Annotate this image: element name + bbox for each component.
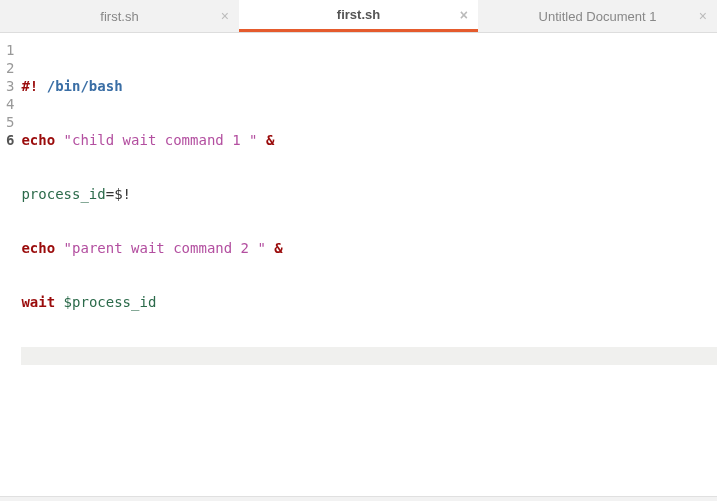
code-content[interactable]: #! /bin/bash echo "child wait command 1 … <box>17 33 717 496</box>
tab-first-sh-1[interactable]: first.sh × <box>0 0 239 32</box>
line-number: 2 <box>6 59 14 77</box>
close-icon[interactable]: × <box>699 9 707 23</box>
token-string: "child wait command 1 " <box>64 132 258 148</box>
token-variable: process_id <box>21 186 105 202</box>
tab-label: first.sh <box>100 9 138 24</box>
token-operator: & <box>266 132 274 148</box>
token-assign: =$! <box>106 186 131 202</box>
line-number: 5 <box>6 113 14 131</box>
code-line: echo "parent wait command 2 " & <box>21 239 717 257</box>
tab-bar: first.sh × first.sh × Untitled Document … <box>0 0 717 33</box>
tab-first-sh-2[interactable]: first.sh × <box>239 0 478 32</box>
code-line: wait $process_id <box>21 293 717 311</box>
code-line: #! /bin/bash <box>21 77 717 95</box>
token-path: /bin/bash <box>38 78 122 94</box>
line-number: 6 <box>6 131 14 149</box>
tab-untitled-1[interactable]: Untitled Document 1 × <box>478 0 717 32</box>
tab-label: Untitled Document 1 <box>539 9 657 24</box>
bottom-border <box>0 496 717 501</box>
token-operator: & <box>274 240 282 256</box>
editor-area[interactable]: 1 2 3 4 5 6 #! /bin/bash echo "child wai… <box>0 33 717 496</box>
close-icon[interactable]: × <box>460 8 468 22</box>
token-command: echo <box>21 240 55 256</box>
line-number-gutter: 1 2 3 4 5 6 <box>0 33 17 496</box>
token-variable: $process_id <box>64 294 157 310</box>
code-line: echo "child wait command 1 " & <box>21 131 717 149</box>
token-string: "parent wait command 2 " <box>64 240 266 256</box>
code-line: process_id=$! <box>21 185 717 203</box>
close-icon[interactable]: × <box>221 9 229 23</box>
tab-label: first.sh <box>337 7 380 22</box>
token-command: echo <box>21 132 55 148</box>
line-number: 3 <box>6 77 14 95</box>
token-shebang: #! <box>21 78 38 94</box>
line-number: 4 <box>6 95 14 113</box>
line-number: 1 <box>6 41 14 59</box>
token-command: wait <box>21 294 55 310</box>
code-line-current <box>21 347 717 365</box>
